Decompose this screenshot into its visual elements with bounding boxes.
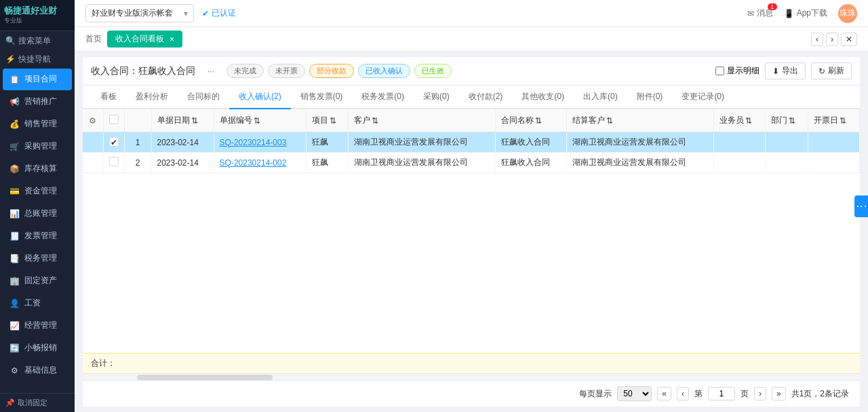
first-page-button[interactable]: « xyxy=(657,387,671,400)
tab-close-icon[interactable]: × xyxy=(170,35,174,44)
row-date-1: 2023-02-14 xyxy=(151,153,214,173)
row-num-1: 2 xyxy=(124,153,151,173)
user-name: 珠珠 xyxy=(840,7,856,19)
project-column-header: 项目 ⇅ xyxy=(306,109,348,132)
nav-tab-出入库[interactable]: 出入库(0) xyxy=(574,86,627,109)
app-download-button[interactable]: 📱 App下载 xyxy=(784,7,827,19)
app-sub: 专业版 xyxy=(4,16,57,25)
nav-tab-销售发票[interactable]: 销售发票(0) xyxy=(291,86,353,109)
nav-tab-收付款[interactable]: 收付款(2) xyxy=(459,86,513,109)
row-checkbox-1[interactable] xyxy=(103,153,124,173)
sidebar-label-4: 库存核算 xyxy=(24,163,57,174)
export-button[interactable]: ⬇ 导出 xyxy=(765,62,806,79)
row-check-box-0[interactable]: ✔ xyxy=(109,137,119,147)
sidebar-icon-13: ⚙ xyxy=(8,364,20,377)
tab-next-button[interactable]: › xyxy=(826,33,838,46)
sort-icon: ⇅ xyxy=(191,116,198,126)
table-row[interactable]: ✔ 1 2023-02-14 SQ-20230214-003 狂飙 湖南卫视商业… xyxy=(83,132,860,153)
sort-icon: ⇅ xyxy=(372,116,378,126)
sort-icon: ⇅ xyxy=(254,116,260,126)
right-float-button[interactable]: ⋮ xyxy=(854,195,868,217)
tab-close-button[interactable]: ✕ xyxy=(841,33,857,46)
unpin-button[interactable]: 📌 取消固定 xyxy=(0,393,75,412)
sidebar-label-12: 小畅报销 xyxy=(24,342,57,354)
sidebar-item-项目合同[interactable]: 📋 项目合同 xyxy=(3,69,72,90)
status-btn-已生效[interactable]: 已生效 xyxy=(414,64,452,78)
nav-tab-变更记录[interactable]: 变更记录(0) xyxy=(672,86,734,109)
row-num-0: 1 xyxy=(124,132,151,153)
sidebar-item-小畅报销[interactable]: 🔄 小畅报销 xyxy=(3,337,72,359)
bill-no-link-1[interactable]: SQ-20230214-002 xyxy=(220,158,287,168)
sidebar-item-税务管理[interactable]: 📑 税务管理 xyxy=(3,248,72,269)
sidebar-item-销售管理[interactable]: 💰 销售管理 xyxy=(3,113,72,135)
nav-tab-盈利分析[interactable]: 盈利分析 xyxy=(126,86,178,109)
horizontal-scrollbar[interactable] xyxy=(83,373,860,380)
sidebar-item-总账管理[interactable]: 📊 总账管理 xyxy=(3,203,72,225)
table-header-row: ⚙ 单据日期 ⇅ 单据编号 ⇅ 项目 ⇅ 客户 ⇅ 合同名称 ⇅ 结算客户 ⇅ … xyxy=(83,109,860,132)
row-billno-0[interactable]: SQ-20230214-003 xyxy=(214,132,306,153)
sidebar-item-发票管理[interactable]: 🧾 发票管理 xyxy=(3,225,72,247)
settings-icon[interactable]: ⚙ xyxy=(89,116,96,126)
nav-tab-采购[interactable]: 采购(0) xyxy=(414,86,459,109)
sidebar-item-经营管理[interactable]: 📈 经营管理 xyxy=(3,315,72,337)
unpin-label: 取消固定 xyxy=(18,398,47,408)
detail-checkbox-input[interactable] xyxy=(715,67,724,75)
nav-tab-税务发票[interactable]: 税务发票(0) xyxy=(352,86,414,109)
tab-label: 收入合同看板 xyxy=(115,33,164,45)
status-btn-已收入确认[interactable]: 已收入确认 xyxy=(358,64,410,78)
main-content: 好业财专业版演示帐套 ▾ ✔ 已认证 ✉ 1 消息 📱 App下载 珠珠 首页 … xyxy=(75,0,868,412)
tab-prev-button[interactable]: ‹ xyxy=(811,33,823,46)
contract-title: 收入合同：狂飙收入合同 xyxy=(91,65,195,77)
select-all-checkbox[interactable] xyxy=(109,115,119,124)
last-page-button[interactable]: » xyxy=(772,387,786,400)
nav-tab-其他收支[interactable]: 其他收支(0) xyxy=(512,86,574,109)
nav-tabs: 看板盈利分析合同标的收入确认(2)销售发票(0)税务发票(0)采购(0)收付款(… xyxy=(83,86,860,109)
message-button[interactable]: ✉ 1 消息 xyxy=(747,7,773,19)
sidebar-item-营销推广[interactable]: 📢 营销推广 xyxy=(3,91,72,113)
row-checkbox-0[interactable]: ✔ xyxy=(103,132,124,153)
tab-nav-controls: ‹ › ✕ xyxy=(811,33,857,46)
quick-nav[interactable]: ⚡ 快捷导航 xyxy=(0,51,75,68)
status-btn-未完成[interactable]: 未完成 xyxy=(226,64,264,78)
status-btn-部分收款[interactable]: 部分收款 xyxy=(309,64,354,78)
row-customer-0: 湖南卫视商业运营发展有限公司 xyxy=(348,132,495,153)
bill-no-link-0[interactable]: SQ-20230214-003 xyxy=(220,138,287,147)
table-row[interactable]: 2 2023-02-14 SQ-20230214-002 狂飙 湖南卫视商业运营… xyxy=(83,153,860,173)
row-billno-1[interactable]: SQ-20230214-002 xyxy=(214,153,306,173)
sidebar-item-资金管理[interactable]: 💳 资金管理 xyxy=(3,181,72,202)
row-project-1: 狂飙 xyxy=(306,153,348,173)
app-download-label: App下载 xyxy=(797,7,827,19)
sidebar-icon-3: 🛒 xyxy=(8,141,20,153)
next-page-button[interactable]: › xyxy=(754,387,766,400)
nav-tab-附件[interactable]: 附件(0) xyxy=(627,86,673,109)
show-detail-checkbox[interactable]: 显示明细 xyxy=(715,65,760,77)
refresh-button[interactable]: ↻ 刷新 xyxy=(811,62,852,79)
sidebar-item-采购管理[interactable]: 🛒 采购管理 xyxy=(3,136,72,157)
home-breadcrumb[interactable]: 首页 xyxy=(85,33,102,45)
billdate-column-header: 开票日 ⇅ xyxy=(808,109,859,132)
per-page-select[interactable]: 50 20 100 xyxy=(617,386,652,401)
contract-tab-button[interactable]: 收入合同看板 × xyxy=(107,31,182,48)
company-selector[interactable]: 好业财专业版演示帐套 ▾ xyxy=(85,4,194,22)
more-button[interactable]: ··· xyxy=(203,65,218,77)
sidebar-icon-9: 🏢 xyxy=(8,275,20,287)
row-check-box-1[interactable] xyxy=(109,157,119,166)
sidebar-item-库存核算[interactable]: 📦 库存核算 xyxy=(3,158,72,180)
page-number-input[interactable] xyxy=(708,387,735,400)
table-body: ✔ 1 2023-02-14 SQ-20230214-003 狂飙 湖南卫视商业… xyxy=(83,132,860,173)
row-customer-1: 湖南卫视商业运营发展有限公司 xyxy=(348,153,495,173)
prev-page-button[interactable]: ‹ xyxy=(677,387,689,400)
nav-tab-看板[interactable]: 看板 xyxy=(91,86,126,109)
sidebar-item-固定资产[interactable]: 🏢 固定资产 xyxy=(3,270,72,292)
pin-icon: 📌 xyxy=(5,398,15,407)
quick-nav-label: 快捷导航 xyxy=(18,54,51,65)
row-settings-0 xyxy=(83,132,103,153)
sidebar-item-工资[interactable]: 👤 工资 xyxy=(3,293,72,314)
nav-tab-收入确认[interactable]: 收入确认(2) xyxy=(229,86,291,109)
customer-column-header: 客户 ⇅ xyxy=(348,109,495,132)
search-menu[interactable]: 🔍 搜索菜单 xyxy=(0,31,75,51)
status-btn-未开票[interactable]: 未开票 xyxy=(268,64,305,78)
nav-tab-合同标的[interactable]: 合同标的 xyxy=(178,86,229,109)
user-avatar[interactable]: 珠珠 xyxy=(838,4,857,23)
sidebar-item-基础信息[interactable]: ⚙ 基础信息 xyxy=(3,360,72,381)
